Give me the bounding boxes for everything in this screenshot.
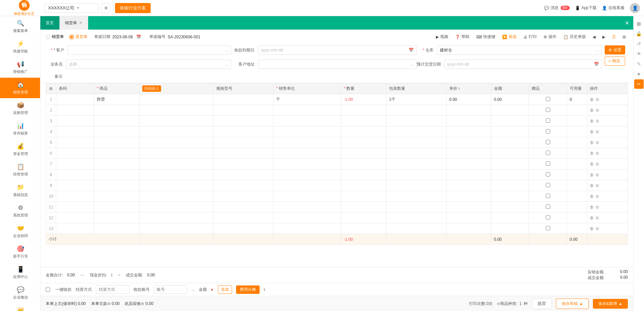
- view-grid-button[interactable]: ⊞: [620, 34, 628, 40]
- row-qty[interactable]: [341, 148, 386, 159]
- row-gift[interactable]: [529, 212, 567, 223]
- copy-icon[interactable]: ⧉: [596, 97, 599, 102]
- sidebar-item-member[interactable]: 👑 畅会员: [0, 303, 40, 311]
- rp-grid-icon[interactable]: ▦: [634, 19, 644, 28]
- tab-close-icon[interactable]: ✕: [79, 21, 82, 25]
- row-product[interactable]: 拆货: [94, 94, 140, 105]
- row-price[interactable]: [446, 148, 491, 159]
- delete-icon[interactable]: 🗑: [590, 162, 594, 166]
- row-spec-scan[interactable]: [139, 105, 213, 116]
- logistics-btn[interactable]: + 物流: [605, 56, 625, 66]
- row-gift[interactable]: [529, 223, 567, 234]
- row-amount[interactable]: [491, 202, 529, 212]
- row-gift[interactable]: [529, 191, 567, 202]
- row-qty[interactable]: [341, 202, 386, 212]
- date-calendar-icon[interactable]: 📅: [136, 35, 141, 39]
- sidebar-item-finance[interactable]: 💰 资金管理: [0, 139, 40, 160]
- row-barcode[interactable]: [56, 137, 94, 148]
- row-spec-scan[interactable]: [139, 191, 213, 202]
- customer-addr-input[interactable]: ...: [258, 60, 416, 69]
- customer-input[interactable]: ...: [68, 45, 231, 55]
- company-selector[interactable]: XXXXXX公司 ▼: [44, 3, 98, 13]
- scan-button[interactable]: 扫码录入: [142, 85, 161, 92]
- row-product[interactable]: [94, 126, 140, 137]
- col-scan[interactable]: 扫码录入: [139, 83, 213, 94]
- row-unit[interactable]: [273, 148, 341, 159]
- row-qty[interactable]: [341, 223, 386, 234]
- rp-edit-icon[interactable]: ✎: [634, 59, 644, 69]
- shortcut-button[interactable]: ⌨ 快捷键: [474, 33, 497, 41]
- row-pkg-qty[interactable]: [386, 169, 446, 180]
- nav-prev-button[interactable]: ◀: [591, 34, 598, 40]
- row-gift[interactable]: [529, 148, 567, 159]
- sidebar-item-apps[interactable]: 📱 应用中心: [0, 262, 40, 283]
- save-draft-button[interactable]: 保存草稿 ▲: [556, 299, 589, 309]
- row-spec[interactable]: [213, 191, 273, 202]
- row-gift[interactable]: [529, 159, 567, 169]
- row-spec[interactable]: [213, 159, 273, 169]
- row-unit[interactable]: [273, 202, 341, 212]
- help-button[interactable]: ❓ 帮助: [453, 33, 471, 41]
- gift-checkbox[interactable]: [546, 215, 550, 220]
- row-amount[interactable]: [491, 105, 529, 116]
- row-barcode[interactable]: [56, 105, 94, 116]
- row-barcode[interactable]: [56, 202, 94, 212]
- row-spec[interactable]: [213, 105, 273, 116]
- payment-due-input[interactable]: yyyy-mm-dd 📅: [258, 45, 416, 55]
- row-product[interactable]: [94, 223, 140, 234]
- row-barcode[interactable]: [56, 126, 94, 137]
- row-product[interactable]: [94, 116, 140, 126]
- row-price[interactable]: [446, 137, 491, 148]
- operate-button[interactable]: ⚙ 操作: [541, 33, 559, 41]
- row-unit[interactable]: [273, 191, 341, 202]
- row-qty[interactable]: [341, 191, 386, 202]
- history-button[interactable]: 📋 历史单据: [561, 33, 588, 41]
- copy-icon[interactable]: ⧉: [596, 162, 599, 166]
- row-amount[interactable]: 0.00: [491, 94, 529, 105]
- delete-icon[interactable]: 🗑: [590, 151, 594, 156]
- sidebar-item-basics[interactable]: 📁 基础信息: [0, 180, 40, 201]
- print-button[interactable]: 🖨 打印: [521, 33, 539, 41]
- row-spec-scan[interactable]: [139, 159, 213, 169]
- row-qty[interactable]: [341, 169, 386, 180]
- row-pkg-qty[interactable]: [386, 116, 446, 126]
- copy-icon[interactable]: ⧉: [596, 151, 599, 156]
- row-price[interactable]: [446, 126, 491, 137]
- row-pkg-qty[interactable]: [386, 105, 446, 116]
- view-list-button[interactable]: ☰: [610, 34, 618, 40]
- row-pkg-qty[interactable]: [386, 180, 446, 191]
- row-spec-scan[interactable]: [139, 94, 213, 105]
- row-barcode[interactable]: [56, 180, 94, 191]
- row-product[interactable]: [94, 137, 140, 148]
- row-product[interactable]: [94, 180, 140, 191]
- gift-checkbox[interactable]: [546, 97, 550, 101]
- row-spec[interactable]: [213, 126, 273, 137]
- row-product[interactable]: [94, 212, 140, 223]
- copy-icon[interactable]: ⧉: [596, 119, 599, 123]
- app-download-button[interactable]: 📱 App下载: [575, 5, 597, 11]
- online-service-button[interactable]: 👤 在线客服: [602, 5, 624, 11]
- row-pkg-qty[interactable]: [386, 159, 446, 169]
- row-spec[interactable]: [213, 202, 273, 212]
- row-barcode[interactable]: [56, 169, 94, 180]
- row-unit[interactable]: [273, 223, 341, 234]
- row-unit[interactable]: 个: [273, 94, 341, 105]
- filter-button[interactable]: 🔽 筛选: [500, 33, 519, 41]
- row-spec[interactable]: [213, 180, 273, 191]
- row-amount[interactable]: [491, 169, 529, 180]
- nav-next-button[interactable]: ▶: [600, 34, 607, 40]
- sidebar-item-marketing[interactable]: 📢 营销推广: [0, 57, 40, 78]
- row-qty[interactable]: [341, 116, 386, 126]
- row-pkg-qty[interactable]: 1个: [386, 94, 446, 105]
- row-unit[interactable]: [273, 126, 341, 137]
- row-barcode[interactable]: [56, 94, 94, 105]
- row-unit[interactable]: [273, 116, 341, 126]
- copy-icon[interactable]: ⧉: [596, 108, 599, 113]
- delete-icon[interactable]: 🗑: [590, 205, 594, 209]
- gift-checkbox[interactable]: [546, 108, 550, 112]
- row-amount[interactable]: [491, 116, 529, 126]
- row-qty[interactable]: [341, 126, 386, 137]
- delete-icon[interactable]: 🗑: [590, 140, 594, 145]
- one-click-checkbox[interactable]: [46, 287, 50, 292]
- row-gift[interactable]: [529, 116, 567, 126]
